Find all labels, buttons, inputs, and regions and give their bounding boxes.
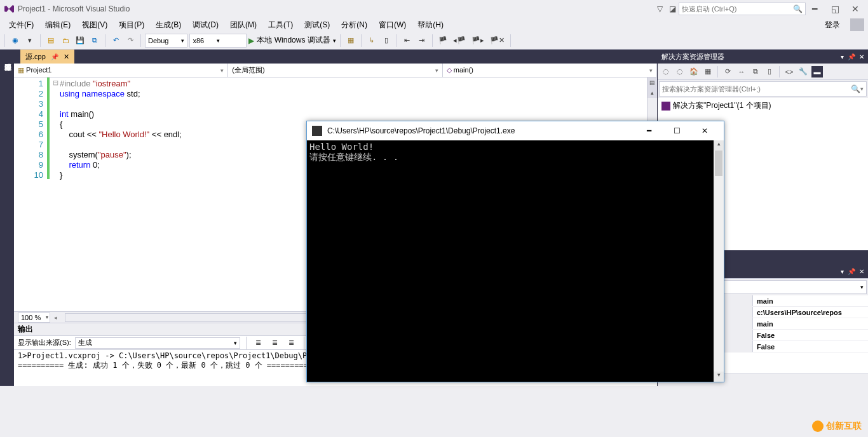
output-source-dropdown[interactable]: 生成▾	[75, 337, 240, 349]
close-icon[interactable]: ✕	[64, 53, 69, 61]
se-collapse-button[interactable]: ↔	[736, 66, 747, 77]
menu-build[interactable]: 生成(B)	[151, 18, 186, 32]
menu-edit[interactable]: 编辑(E)	[40, 18, 76, 32]
hscroll-left-button[interactable]: ◂	[54, 314, 57, 321]
menu-project[interactable]: 项目(P)	[114, 18, 149, 32]
config-dropdown[interactable]: Debug▾	[145, 34, 187, 48]
search-options-icon[interactable]: ▾	[860, 86, 864, 92]
bookmark-button[interactable]: 🏴	[437, 34, 449, 48]
save-button[interactable]: 💾	[74, 34, 86, 48]
pin-icon[interactable]: 📌	[51, 53, 58, 60]
open-button[interactable]: 🗀	[59, 34, 72, 48]
se-refresh-button[interactable]: ⟳	[722, 66, 733, 77]
console-title: C:\Users\HP\source\repos\Project1\Debug\…	[327, 126, 515, 135]
se-show-button[interactable]: ⧉	[750, 66, 761, 77]
menu-file[interactable]: 文件(F)	[4, 18, 39, 32]
solution-explorer-search[interactable]: 🔍 ▾	[659, 81, 867, 97]
minimize-button[interactable]: ━	[806, 4, 824, 14]
solution-explorer-title: 解决方案资源管理器	[661, 52, 724, 62]
menu-window[interactable]: 窗口(W)	[374, 18, 411, 32]
se-view-button[interactable]: ▬	[811, 66, 823, 77]
toolbar-btn-b[interactable]: ↳	[365, 34, 378, 48]
se-code-button[interactable]: <>	[783, 66, 795, 77]
pin-icon[interactable]: 📌	[848, 53, 855, 60]
maximize-button[interactable]: ◱	[826, 4, 844, 14]
close-icon[interactable]: ✕	[859, 268, 864, 275]
server-explorer-tab[interactable]: 服务器资源管理器	[2, 53, 14, 386]
console-scroll-down[interactable]: ▾	[714, 372, 724, 382]
search-icon[interactable]: 🔍	[851, 84, 860, 93]
project-dropdown[interactable]: ▦ Project1▾	[14, 64, 228, 77]
pin-icon[interactable]: 📌	[848, 268, 855, 275]
close-icon[interactable]: ✕	[859, 53, 864, 60]
redo-button[interactable]: ↷	[124, 34, 137, 48]
search-icon[interactable]: 🔍	[793, 4, 803, 13]
document-tab-source[interactable]: 源.cpp 📌 ✕	[20, 50, 74, 64]
standard-toolbar: ◉ ▾ ▤ 🗀 💾 ⧉ ↶ ↷ Debug▾ x86▾ ▶ 本地 Windows…	[0, 32, 868, 50]
solution-explorer-header[interactable]: 解决方案资源管理器 ▾📌✕	[658, 50, 868, 64]
outline-gutter[interactable]: ⊟	[51, 77, 60, 311]
user-icon[interactable]	[850, 18, 864, 31]
zoom-dropdown[interactable]: 100 %	[18, 313, 50, 323]
line-number-gutter: 12345678910	[14, 77, 46, 311]
solution-explorer-search-input[interactable]	[662, 85, 851, 93]
window-titlebar: Project1 - Microsoft Visual Studio ▽ ◪ 🔍…	[0, 0, 868, 18]
indent-less-button[interactable]: ⇤	[401, 34, 414, 48]
member-dropdown[interactable]: ◇ main()▾	[443, 64, 657, 77]
toolbar-btn-a[interactable]: ▦	[344, 34, 357, 48]
quick-launch-input[interactable]	[682, 5, 793, 13]
toolbox-tab[interactable]: 工具箱	[0, 53, 2, 386]
se-props-button[interactable]: 🔧	[797, 66, 809, 77]
console-scroll-up[interactable]: ▴	[714, 140, 724, 151]
console-scroll-thumb[interactable]	[715, 151, 722, 176]
se-sync-button[interactable]: ▦	[702, 66, 714, 77]
notifications-icon[interactable]: ▽	[653, 4, 666, 13]
console-scrollbar[interactable]: ▴ ▾	[714, 140, 724, 382]
se-fwd-button[interactable]: ◌	[674, 66, 686, 77]
undo-button[interactable]: ↶	[109, 34, 122, 48]
panel-dropdown-icon[interactable]: ▾	[841, 53, 844, 60]
quick-launch[interactable]: 🔍	[679, 3, 806, 15]
bookmark-next-button[interactable]: 🏴▸	[470, 34, 486, 48]
panel-dropdown-icon[interactable]: ▾	[841, 268, 844, 275]
split-button[interactable]: ▤	[648, 77, 657, 88]
back-button[interactable]: ◉	[9, 34, 22, 48]
output-btn-1[interactable]: ≣	[252, 336, 265, 350]
menu-view[interactable]: 视图(V)	[77, 18, 112, 32]
toolbar-btn-c[interactable]: ▯	[380, 34, 393, 48]
console-output[interactable]: Hello World! 请按任意键继续. . .	[307, 140, 714, 382]
se-scope-button[interactable]: ▯	[764, 66, 775, 77]
login-link[interactable]: 登录	[820, 18, 845, 32]
menu-team[interactable]: 团队(M)	[225, 18, 262, 32]
console-titlebar[interactable]: C:\Users\HP\source\repos\Project1\Debug\…	[307, 121, 724, 140]
watermark: 创新互联	[812, 420, 862, 432]
platform-dropdown[interactable]: x86▾	[189, 34, 247, 48]
close-button[interactable]: ✕	[846, 4, 864, 14]
start-debug-button[interactable]: ▶ 本地 Windows 调试器 ▾	[248, 35, 336, 46]
save-all-button[interactable]: ⧉	[88, 34, 101, 48]
menu-help[interactable]: 帮助(H)	[412, 18, 449, 32]
menu-test[interactable]: 测试(S)	[299, 18, 335, 32]
forward-button[interactable]: ▾	[24, 34, 36, 48]
console-close-button[interactable]: ✕	[691, 122, 719, 140]
scope-dropdown[interactable]: (全局范围)▾	[228, 64, 442, 77]
solution-node[interactable]: 解决方案"Project1"(1 个项目)	[661, 100, 864, 111]
vs-logo-icon	[4, 4, 14, 14]
scroll-up-button[interactable]: ▴	[648, 88, 657, 98]
se-back-button[interactable]: ◌	[660, 66, 672, 77]
menu-tools[interactable]: 工具(T)	[263, 18, 298, 32]
se-home-button[interactable]: 🏠	[688, 66, 700, 77]
change-marker-gutter	[46, 77, 51, 311]
new-project-button[interactable]: ▤	[44, 34, 57, 48]
output-btn-3[interactable]: ≣	[285, 336, 298, 350]
bookmark-prev-button[interactable]: ◂🏴	[451, 34, 468, 48]
bookmark-clear-button[interactable]: 🏴✕	[488, 34, 506, 48]
menu-analyze[interactable]: 分析(N)	[336, 18, 372, 32]
feedback-icon[interactable]: ◪	[666, 4, 679, 13]
console-maximize-button[interactable]: ☐	[663, 122, 691, 140]
console-window[interactable]: C:\Users\HP\source\repos\Project1\Debug\…	[306, 121, 724, 382]
output-btn-2[interactable]: ≣	[269, 336, 281, 350]
console-minimize-button[interactable]: ━	[635, 122, 663, 140]
indent-more-button[interactable]: ⇥	[416, 34, 428, 48]
menu-debug[interactable]: 调试(D)	[187, 18, 224, 32]
